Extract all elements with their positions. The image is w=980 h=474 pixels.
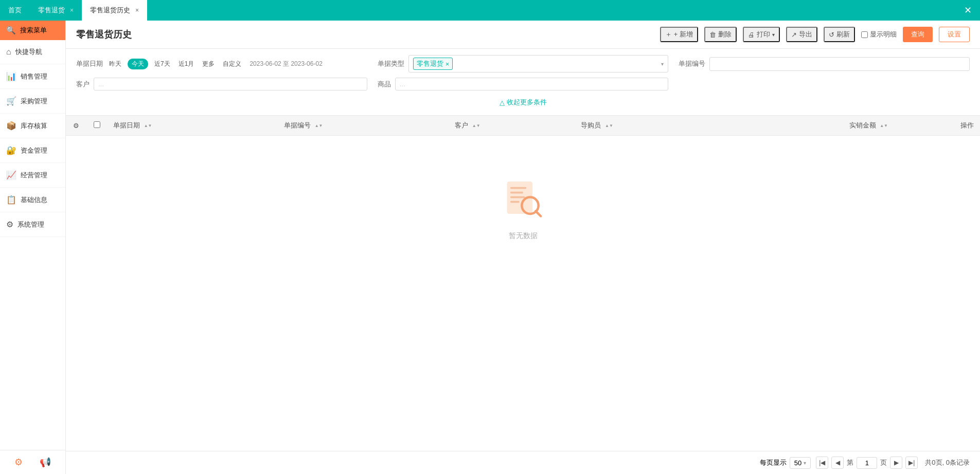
svg-rect-1 [510, 187, 526, 189]
export-icon: ↗ [791, 31, 797, 39]
sidebar-bottom: ⚙ 📢 [0, 450, 65, 474]
last-page-button[interactable]: ▶| [905, 457, 918, 469]
th-settings[interactable]: ⚙ [66, 116, 86, 136]
tab-retail-return-history[interactable]: 零售退货历史× [82, 0, 147, 21]
inventory-nav-icon: 📦 [6, 121, 16, 131]
tab-list: 首页零售退货×零售退货历史× [0, 0, 956, 21]
prev-page-button[interactable]: ◀ [831, 457, 844, 469]
main-layout: 🔍 搜索菜单 ⌂快捷导航📊销售管理🛒采购管理📦库存核算🔐资金管理📈经营管理📋基础… [0, 21, 980, 474]
svg-rect-3 [510, 196, 525, 198]
top-bar: 首页零售退货×零售退货历史× ✕ [0, 0, 980, 21]
doc-number-input[interactable] [709, 57, 970, 71]
window-close-button[interactable]: ✕ [956, 5, 980, 16]
table-body: 暂无数据 [66, 136, 980, 282]
date-label: 单据日期 [76, 59, 103, 68]
customer-select[interactable]: ... [94, 78, 367, 90]
filter-row-2: 客户 ... 商品 ... [76, 78, 970, 90]
dropdown-arrow-icon: ▾ [661, 61, 664, 67]
sidebar-item-purchase-mgmt[interactable]: 🛒采购管理 [0, 89, 65, 114]
svg-line-6 [536, 211, 541, 216]
date-option-today[interactable]: 今天 [128, 59, 148, 69]
per-page-dropdown[interactable]: 50 ▾ [790, 457, 811, 469]
collapse-row: △ 收起更多条件 [76, 96, 970, 109]
th-doc-date[interactable]: 单据日期 ▲▼ [107, 116, 278, 136]
sidebar-item-operations[interactable]: 📈经营管理 [0, 163, 65, 188]
next-page-button[interactable]: ▶ [890, 457, 902, 469]
sort-icon-customer: ▲▼ [472, 124, 480, 128]
page-number-input[interactable]: 1 [857, 457, 877, 469]
sidebar-item-basic-info[interactable]: 📋基础信息 [0, 188, 65, 212]
tab-home[interactable]: 首页 [0, 0, 30, 21]
content-area: 零售退货历史 ＋ + 新增 🗑 删除 🖨 打印 ▾ ↗ 导出 [66, 21, 980, 474]
doc-number-label: 单据编号 [679, 59, 705, 68]
doc-type-select[interactable]: 零售退货 × ▾ [408, 55, 669, 72]
customer-label: 客户 [76, 80, 90, 89]
operations-nav-icon: 📈 [6, 170, 16, 180]
sidebar-label-purchase-mgmt: 采购管理 [21, 97, 47, 106]
sort-icon-doc-date: ▲▼ [144, 124, 152, 128]
tag-close-icon[interactable]: × [446, 60, 450, 68]
sidebar-label-operations: 经营管理 [21, 171, 47, 180]
purchase-mgmt-nav-icon: 🛒 [6, 96, 16, 106]
sidebar-item-finance[interactable]: 🔐资金管理 [0, 138, 65, 163]
settings-button[interactable]: 设置 [939, 27, 970, 42]
page-size-select: 每页显示 50 ▾ [760, 457, 811, 469]
display-detail-toggle[interactable]: 显示明细 [861, 30, 897, 39]
sidebar-label-sales-mgmt: 销售管理 [21, 72, 47, 81]
query-button[interactable]: 查询 [903, 27, 933, 42]
display-detail-checkbox[interactable] [861, 31, 868, 38]
sales-mgmt-nav-icon: 📊 [6, 71, 16, 81]
th-guide[interactable]: 导购员 ▲▼ [575, 116, 723, 136]
sidebar-item-system[interactable]: ⚙系统管理 [0, 212, 65, 237]
first-page-button[interactable]: |◀ [816, 457, 828, 469]
page-label: 第 [847, 458, 853, 467]
th-doc-number[interactable]: 单据编号 ▲▼ [278, 116, 449, 136]
th-checkbox[interactable] [86, 116, 107, 136]
new-button[interactable]: ＋ + 新增 [660, 27, 698, 42]
delete-icon: 🗑 [709, 31, 716, 39]
doc-type-filter: 单据类型 零售退货 × ▾ [378, 55, 669, 72]
per-page-arrow-icon: ▾ [804, 460, 806, 466]
search-icon: 🔍 [6, 26, 16, 35]
th-customer[interactable]: 客户 ▲▼ [449, 116, 575, 136]
date-option-yesterday[interactable]: 昨天 [107, 59, 123, 69]
doc-type-tag: 零售退货 × [413, 58, 453, 70]
print-button[interactable]: 🖨 打印 ▾ [743, 27, 780, 42]
refresh-button[interactable]: ↺ 刷新 [824, 27, 855, 42]
date-option-1month[interactable]: 近1月 [176, 59, 197, 69]
page-nav: |◀ ◀ 第 1 页 ▶ ▶| 共0页, 0条记录 [816, 457, 970, 469]
tab-retail-return[interactable]: 零售退货× [30, 0, 82, 21]
th-amount[interactable]: 实销金额 ▲▼ [723, 116, 894, 136]
volume-icon[interactable]: 📢 [40, 457, 51, 468]
delete-button[interactable]: 🗑 删除 [704, 27, 737, 42]
date-option-more[interactable]: 更多 [200, 59, 217, 69]
export-button[interactable]: ↗ 导出 [786, 27, 817, 42]
empty-row: 暂无数据 [66, 136, 980, 282]
tab-close-retail-return-history[interactable]: × [135, 7, 139, 14]
sort-icon-doc-number: ▲▼ [315, 124, 323, 128]
goods-select[interactable]: ... [395, 78, 669, 90]
sidebar-search[interactable]: 🔍 搜索菜单 [0, 21, 65, 40]
svg-rect-4 [510, 201, 519, 203]
svg-point-7 [526, 201, 531, 207]
date-option-custom[interactable]: 自定义 [221, 59, 243, 69]
sort-icon-guide: ▲▼ [605, 124, 613, 128]
th-action: 操作 [894, 116, 980, 136]
header-actions: ＋ + 新增 🗑 删除 🖨 打印 ▾ ↗ 导出 ↺ [660, 27, 970, 42]
page-header: 零售退货历史 ＋ + 新增 🗑 删除 🖨 打印 ▾ ↗ 导出 [66, 21, 980, 49]
goods-label: 商品 [378, 80, 391, 89]
sidebar-item-quick-nav[interactable]: ⌂快捷导航 [0, 40, 65, 64]
svg-rect-2 [510, 192, 523, 194]
settings-icon[interactable]: ⚙ [14, 457, 23, 468]
page-unit: 页 [880, 458, 887, 467]
sidebar-item-inventory[interactable]: 📦库存核算 [0, 114, 65, 138]
new-icon: ＋ [665, 30, 672, 39]
collapse-button[interactable]: △ 收起更多条件 [497, 96, 549, 109]
sidebar-label-inventory: 库存核算 [21, 121, 47, 131]
sidebar-item-sales-mgmt[interactable]: 📊销售管理 [0, 64, 65, 89]
per-page-value: 50 [794, 459, 801, 467]
select-all-checkbox[interactable] [94, 121, 100, 128]
customer-filter: 客户 ... [76, 78, 367, 90]
date-option-7days[interactable]: 近7天 [152, 59, 172, 69]
tab-close-retail-return[interactable]: × [70, 7, 74, 14]
